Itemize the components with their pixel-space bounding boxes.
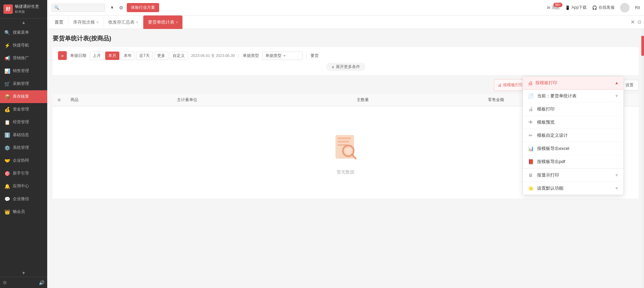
service-label: 在线客服 [598, 5, 615, 10]
print-label: 按模板打印 [503, 82, 523, 88]
date-btn-custom[interactable]: 自定义 [170, 52, 188, 60]
template-custom-label: 模板自定义设计 [537, 132, 568, 138]
sidebar-item-search-label: 搜索菜单 [13, 30, 29, 35]
order-type-label: 单据类型 [243, 53, 259, 59]
svg-point-6 [345, 148, 351, 154]
sidebar-item-collab[interactable]: 🤝 企业协同 [0, 154, 47, 167]
dropdown-item-template-preview[interactable]: 👁 模板预览 [523, 116, 623, 129]
current-template-label: 当前：要货单统计表 [537, 93, 577, 99]
sidebar-item-appstore[interactable]: 🔔 应用中心 [0, 180, 47, 193]
tab-home-label: 首页 [55, 19, 63, 25]
sidebar-item-basic[interactable]: ℹ️ 基础信息 [0, 129, 47, 141]
default-func-icon: ⭐ [528, 186, 534, 191]
username-label[interactable]: Rit [635, 5, 640, 10]
window-close-btn[interactable]: ✕ [631, 19, 635, 25]
user-avatar[interactable] [620, 3, 630, 12]
inventory-icon: 📦 [4, 94, 10, 100]
topbar-dropdown-btn[interactable]: ▼ [109, 5, 116, 10]
dropdown-item-template-excel[interactable]: 📊 按模板导出excel [523, 142, 623, 155]
sidebar-bottom: ⚙ 🔊 [0, 277, 47, 288]
sidebar-item-sales[interactable]: 📊 销售管理 [0, 65, 47, 77]
tab-batch[interactable]: 库存批次账 × [68, 15, 104, 29]
right-scrollbar[interactable] [641, 29, 644, 288]
tab-collection[interactable]: 收发存汇总表 × [104, 15, 143, 29]
sidebar-item-search[interactable]: 🔍 搜索菜单 [0, 26, 47, 39]
tabs-bar: 首页 库存批次账 × 收发存汇总表 × 要货单统计表 × ✕ ⊡ [47, 15, 644, 29]
tab-order-stats[interactable]: 要货单统计表 × [143, 15, 183, 29]
app-logo-icon: 好 [3, 4, 13, 14]
topbar-gear-icon[interactable]: ⚙ [119, 5, 123, 10]
topbar: 🔍 ▼ ⚙ 体验行业方案 ✉ 消息 99+ 📱 App下载 🎧 在线客服 Rit [47, 0, 644, 15]
order-type-select[interactable]: 单据类型 ▼ [262, 52, 303, 60]
sidebar-item-purchase[interactable]: 🛒 采购管理 [0, 77, 47, 90]
current-template-icon: 📄 [528, 93, 534, 99]
dropdown-current-template[interactable]: 📄 当前：要货单统计表 ▼ [523, 90, 623, 103]
template-print-label: 模板打印 [537, 106, 555, 112]
dropdown-header-label: 按模板打印 [535, 80, 557, 86]
filter-card: » 单据日期 上月 本月 本年 近7天 更多 自定义 2023-06-01 至 … [53, 47, 639, 75]
sales-icon: 📊 [4, 68, 10, 74]
dropdown-item-template-custom[interactable]: ✏ 模板自定义设计 [523, 129, 623, 142]
date-btn-cur[interactable]: 本月 [105, 52, 119, 60]
template-pdf-icon: 📕 [528, 159, 534, 164]
table-header-goods: 商品 [66, 94, 172, 106]
sidebar-scroll-up[interactable]: ▲ [0, 19, 47, 26]
scrollbar-thumb [641, 36, 644, 56]
topbar-messages[interactable]: ✉ 消息 99+ [547, 5, 560, 10]
quick-icon: ⚡ [4, 42, 10, 49]
tab-collection-close[interactable]: × [136, 20, 138, 24]
date-btn-year[interactable]: 本年 [121, 52, 135, 60]
date-range-display: 2023-06-01 至 2023-06-30 [191, 53, 235, 58]
sidebar-item-system[interactable]: ⚙️ 系统管理 [0, 141, 47, 154]
topbar-service[interactable]: 🎧 在线客服 [592, 5, 615, 10]
trial-industry-button[interactable]: 体验行业方案 [127, 3, 159, 12]
dropdown-collapse-icon[interactable]: ▲ [615, 81, 619, 85]
filter-expand-btn[interactable]: » [58, 51, 67, 60]
empty-icon [329, 130, 362, 164]
print-dropdown-popup: 🖨 按模板打印 ▲ 📄 当前：要货单统计表 ▼ 🖨 模板打印 [523, 76, 624, 195]
sidebar-item-wechat[interactable]: 💬 企业微信 [0, 193, 47, 205]
topbar-search-box[interactable]: 🔍 [51, 4, 105, 12]
template-excel-label: 按模板导出excel [537, 146, 569, 152]
sidebar-scroll-down[interactable]: ▼ [0, 269, 47, 277]
sidebar-item-marketing[interactable]: 📢 营销推广 [0, 52, 47, 65]
tab-batch-close[interactable]: × [96, 20, 98, 24]
date-btn-prev[interactable]: 上月 [90, 52, 104, 60]
message-icon: ✉ [547, 5, 550, 10]
date-btn-more[interactable]: 更多 [154, 52, 168, 60]
topbar-app-download[interactable]: 📱 App下载 [565, 5, 587, 10]
sidebar-item-guide[interactable]: 🎯 新手引导 [0, 167, 47, 180]
settings-icon[interactable]: ⚙ [3, 280, 7, 285]
template-pdf-label: 按模板导出pdf [537, 159, 565, 165]
date-buttons: 上月 本月 本年 近7天 更多 自定义 [90, 52, 188, 60]
column-settings-icon[interactable]: ⚙ [57, 98, 61, 102]
sidebar-item-inventory[interactable]: 📦 库存核算 [0, 90, 47, 103]
sidebar-item-finance[interactable]: 💰 资金管理 [0, 103, 47, 116]
sidebar-item-operation[interactable]: 📋 经营管理 [0, 116, 47, 129]
current-template-left: 📄 当前：要货单统计表 [528, 93, 577, 99]
sound-icon[interactable]: 🔊 [39, 280, 45, 285]
sidebar-item-member[interactable]: 👑 畅会员 [0, 205, 47, 218]
dropdown-item-display-print[interactable]: 🖥 按显示打印 ▼ [523, 169, 623, 182]
current-template-arrow-icon: ▼ [615, 94, 619, 98]
topbar-search-input[interactable] [61, 5, 95, 10]
tab-batch-label: 库存批次账 [73, 19, 95, 25]
window-expand-btn[interactable]: ⊡ [638, 20, 641, 25]
page-title: 要货单统计表(按商品) [53, 34, 639, 42]
order-type-select-label: 单据类型 [265, 53, 282, 59]
app-download-icon: 📱 [565, 5, 570, 10]
svg-rect-1 [338, 137, 351, 139]
app-download-label: App下载 [572, 5, 587, 10]
topbar-right: ✉ 消息 99+ 📱 App下载 🎧 在线客服 Rit [547, 3, 640, 12]
date-btn-week[interactable]: 近7天 [136, 52, 153, 60]
sidebar-item-quick[interactable]: ⚡ 快捷导航 [0, 39, 47, 52]
dropdown-item-template-print[interactable]: 🖨 模板打印 [523, 103, 623, 116]
dropdown-item-template-pdf[interactable]: 📕 按模板导出pdf [523, 155, 623, 168]
dropdown-item-default-func[interactable]: ⭐ 设置默认功能 ▼ [523, 182, 623, 195]
tab-home[interactable]: 首页 [50, 15, 68, 29]
marketing-icon: 📢 [4, 55, 10, 61]
empty-text: 暂无数据 [337, 169, 354, 175]
tab-order-stats-close[interactable]: × [176, 20, 178, 24]
wechat-icon: 💬 [4, 196, 10, 202]
expand-more-button[interactable]: ∨ 展开更多条件 [326, 63, 365, 71]
